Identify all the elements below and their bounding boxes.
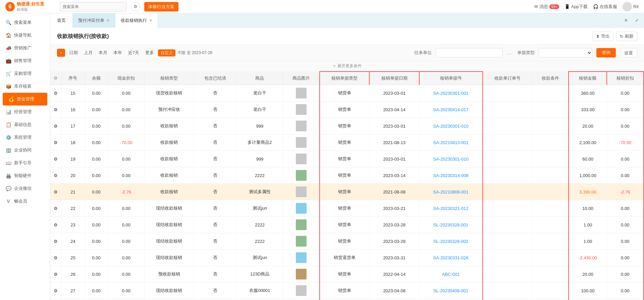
- td-settings[interactable]: ⚙: [50, 134, 61, 151]
- sidebar-item-member[interactable]: V 畅会员: [0, 195, 50, 208]
- td-product-image: [283, 217, 320, 233]
- sidebar-item-inventory[interactable]: 📦 库存核算: [0, 80, 50, 93]
- date-option-last-month[interactable]: 上月: [82, 49, 95, 56]
- industry-button[interactable]: 体验行业方案: [144, 2, 178, 11]
- tab-prepay-close[interactable]: ✕: [106, 18, 110, 23]
- td-settings[interactable]: ⚙: [50, 184, 61, 200]
- sidebar-item-wechat[interactable]: 💬 企业微信: [0, 182, 50, 195]
- td-write-off-doc-date: 2023-04-14: [369, 101, 419, 118]
- td-settings[interactable]: ⚙: [50, 266, 61, 283]
- receipt-type-select[interactable]: [539, 48, 592, 57]
- sidebar-item-quick[interactable]: 🏠 快捷导航: [0, 29, 50, 42]
- counterparty-dots: ...: [507, 50, 513, 56]
- sidebar-label-search: 搜索菜单: [14, 19, 32, 26]
- doc-no-link[interactable]: SL-20230408-001: [433, 288, 468, 293]
- td-write-off-discount: -2.76: [607, 184, 644, 200]
- td-product-image: [283, 134, 320, 151]
- date-option-more[interactable]: 更多: [143, 49, 156, 56]
- gear-button[interactable]: ⚙: [131, 2, 140, 11]
- sidebar-label-quick: 快捷导航: [14, 32, 32, 38]
- tab-collection-close[interactable]: ✕: [149, 18, 152, 23]
- td-product: 2222: [236, 233, 283, 250]
- doc-no-link[interactable]: SA-20230321-012: [433, 206, 469, 211]
- sidebar-item-search[interactable]: 🔍 搜索菜单: [0, 16, 50, 29]
- sidebar-item-operations[interactable]: 📊 经营管理: [0, 105, 50, 118]
- td-write-off-doc-no: SA-20230314-008: [419, 167, 483, 184]
- date-option-this-year[interactable]: 本年: [111, 49, 124, 56]
- doc-no-link[interactable]: SA-20230301-001: [433, 91, 469, 96]
- sidebar-item-guide[interactable]: 📖 新手引导: [0, 157, 50, 169]
- td-receipt-condition: [532, 85, 569, 101]
- td-write-off-discount: 0.00: [607, 217, 644, 233]
- table-row: ⚙ 18 0.00 -70.00 收款核销 否 多计量商品2 销货单 2021-…: [50, 134, 644, 151]
- doc-no-link[interactable]: SA-20230301-010: [433, 124, 469, 129]
- doc-no-link[interactable]: SA-20230314-008: [433, 173, 469, 178]
- td-included-settled: 否: [194, 299, 237, 300]
- sidebar-item-purchase[interactable]: 🛒 采购管理: [0, 67, 50, 80]
- custom-date-button[interactable]: 自定义: [158, 49, 175, 56]
- td-settings[interactable]: ⚙: [50, 283, 61, 299]
- td-settings[interactable]: ⚙: [50, 167, 61, 184]
- expand-more-bar[interactable]: ∨ 展开更多条件: [50, 61, 644, 71]
- sidebar-item-system[interactable]: ⚙️ 系统管理: [0, 131, 50, 144]
- query-button[interactable]: 查询: [596, 48, 616, 57]
- online-service-button[interactable]: 🎧 在线客服: [593, 4, 617, 10]
- tab-prepay[interactable]: 预付冲应付单 ✕: [73, 13, 115, 28]
- col-settings[interactable]: ⚙: [50, 72, 61, 85]
- td-settings[interactable]: ⚙: [50, 233, 61, 250]
- doc-no-link[interactable]: SA-20210813-001: [433, 140, 469, 145]
- td-num: 16: [61, 101, 85, 118]
- doc-no-link[interactable]: SA-20230414-017: [433, 107, 469, 112]
- td-cash-discount: -2.76: [108, 184, 144, 200]
- search-input[interactable]: [60, 2, 127, 11]
- table-row: ⚙ 27 0.00 0.00 现结收款核销 否 衣服00001 销货单 2023…: [50, 283, 644, 299]
- td-balance: 0.00: [85, 85, 108, 101]
- settings-button[interactable]: 设置: [620, 48, 637, 57]
- td-write-off-doc-date: 2023-03-28: [369, 233, 419, 250]
- td-receipt-order-no: [483, 217, 532, 233]
- td-settings[interactable]: ⚙: [50, 85, 61, 101]
- sidebar-item-hardware[interactable]: 🖨️ 智能硬件: [0, 169, 50, 182]
- td-settings[interactable]: ⚙: [50, 118, 61, 134]
- marketing-icon: 📣: [5, 45, 11, 51]
- tab-home[interactable]: 首页: [50, 13, 73, 28]
- doc-no-link[interactable]: SA-20230301-010: [433, 157, 469, 162]
- doc-no-link[interactable]: ABC-001: [442, 272, 460, 277]
- sidebar-item-sales[interactable]: 💼 销售管理: [0, 54, 50, 67]
- date-option-this-month[interactable]: 本月: [97, 49, 109, 56]
- td-write-off-doc-type: 销货单: [320, 151, 370, 167]
- sidebar-item-marketing[interactable]: 📣 营销推广: [0, 42, 50, 54]
- td-write-off-amount: 60.00: [569, 151, 607, 167]
- td-settings[interactable]: ⚙: [50, 101, 61, 118]
- sidebar-label-basic: 基础信息: [14, 122, 32, 128]
- doc-no-link[interactable]: SL-20230328-002: [433, 239, 468, 244]
- counterparty-input[interactable]: [436, 48, 503, 57]
- td-settings[interactable]: ⚙: [50, 250, 61, 266]
- td-write-off-doc-no: SL-20230418-001: [419, 299, 483, 300]
- td-write-off-doc-type: 销货单: [320, 200, 370, 217]
- td-write-off-amount: 100.00: [569, 299, 607, 300]
- filter-expand-button[interactable]: »: [57, 49, 65, 57]
- td-settings[interactable]: ⚙: [50, 151, 61, 167]
- message-label: 消息: [539, 4, 548, 10]
- td-settings[interactable]: ⚙: [50, 299, 61, 300]
- export-button[interactable]: ⬆ 导出: [592, 32, 613, 41]
- tab-close-all-button[interactable]: ✕: [621, 16, 631, 25]
- td-settings[interactable]: ⚙: [50, 200, 61, 217]
- sidebar-item-enterprise[interactable]: 🏢 企业协同: [0, 144, 50, 157]
- refresh-button[interactable]: ↻ 刷新: [616, 32, 637, 41]
- user-profile[interactable]: Rit: [623, 2, 639, 11]
- doc-no-link[interactable]: SA-20210808-001: [433, 189, 469, 195]
- sidebar-item-basic[interactable]: 📋 基础信息: [0, 118, 50, 131]
- doc-no-link[interactable]: SA-20230331-026: [433, 255, 469, 260]
- tab-collection[interactable]: 收款核销执行 ✕: [115, 13, 158, 28]
- td-write-off-doc-type: 销货单: [320, 233, 370, 250]
- app-download-button[interactable]: 📱 App下载: [565, 4, 588, 10]
- date-option-7days[interactable]: 近7天: [126, 49, 141, 56]
- message-button[interactable]: ✉ 消息 99+: [534, 4, 559, 10]
- tab-expand-button[interactable]: ⤢: [632, 16, 641, 25]
- td-settings[interactable]: ⚙: [50, 217, 61, 233]
- doc-no-link[interactable]: SL-20230328-001: [433, 222, 468, 227]
- enterprise-icon: 🏢: [5, 147, 11, 153]
- sidebar-item-finance[interactable]: 💰 资金管理: [3, 93, 47, 105]
